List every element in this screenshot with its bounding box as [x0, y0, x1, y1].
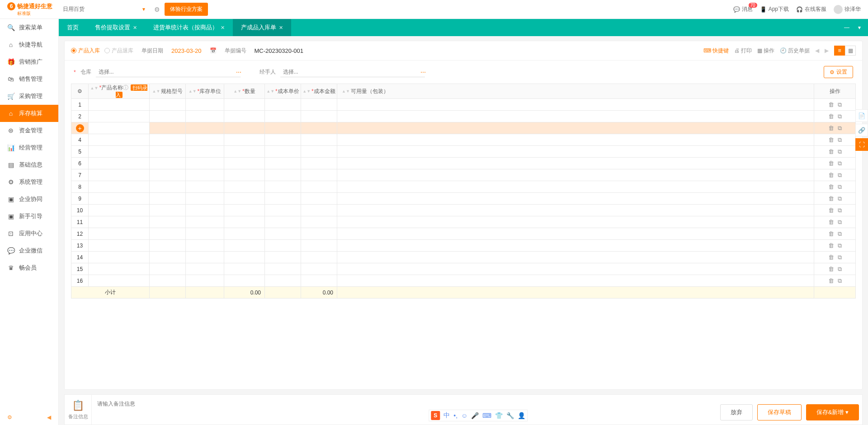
cell-product-name[interactable] — [89, 111, 150, 122]
copy-icon[interactable]: ⧉ — [838, 183, 842, 190]
cell-qty[interactable] — [224, 111, 265, 122]
delete-icon[interactable]: 🗑 — [828, 254, 834, 261]
cell-qty[interactable] — [224, 181, 265, 193]
handler-more-icon[interactable]: ⋯ — [420, 69, 426, 75]
table-row[interactable]: 11🗑⧉ — [71, 216, 856, 228]
cell-available[interactable] — [337, 275, 814, 287]
cell-available[interactable] — [337, 228, 814, 240]
sidebar-item-8[interactable]: ▤基础信息 — [0, 156, 58, 173]
table-row[interactable]: 7🗑⧉ — [71, 169, 856, 181]
cell-amount[interactable] — [301, 111, 337, 122]
cell-price[interactable] — [265, 228, 301, 240]
cell-available[interactable] — [337, 240, 814, 252]
sidebar-item-1[interactable]: ⌂快捷导航 — [0, 36, 58, 53]
cell-product-name[interactable] — [89, 216, 150, 228]
sidebar-item-10[interactable]: ▣企业协同 — [0, 191, 58, 208]
cell-product-name[interactable] — [89, 275, 150, 287]
cell-qty[interactable] — [224, 240, 265, 252]
cell-product-name[interactable] — [89, 181, 150, 193]
cell-price[interactable] — [265, 252, 301, 263]
cell-amount[interactable] — [301, 263, 337, 275]
cell-available[interactable] — [337, 181, 814, 193]
th-qty[interactable]: ▲▼*数量 — [224, 84, 265, 99]
cell-qty[interactable] — [224, 216, 265, 228]
th-amount[interactable]: ▲▼*成本金额 — [301, 84, 337, 99]
cell-price[interactable] — [265, 193, 301, 205]
cell-product-name[interactable] — [89, 193, 150, 205]
handler-input[interactable] — [280, 67, 425, 77]
user-menu[interactable]: 徐泽华 — [834, 5, 861, 14]
table-row[interactable]: 15🗑⧉ — [71, 263, 856, 275]
delete-icon[interactable]: 🗑 — [828, 207, 834, 214]
sidebar-item-5[interactable]: ⌂库存核算 — [0, 105, 58, 122]
product-name-input[interactable] — [89, 122, 149, 134]
cell-qty[interactable] — [224, 193, 265, 205]
ime-punct-icon[interactable]: •, — [453, 412, 458, 419]
cell-spec[interactable] — [150, 99, 186, 111]
view-list-button[interactable]: ≡ — [834, 46, 845, 56]
delete-icon[interactable]: 🗑 — [828, 219, 834, 225]
discard-button[interactable]: 放弃 — [720, 404, 753, 420]
delete-icon[interactable]: 🗑 — [828, 148, 834, 155]
cell-amount[interactable] — [301, 134, 337, 146]
table-row[interactable]: +🗑⧉ — [71, 122, 856, 134]
cell-price[interactable] — [265, 134, 301, 146]
cell-unit[interactable] — [186, 263, 224, 275]
tab-3[interactable]: 产成品入库单✕ — [233, 19, 291, 36]
tabs-more-button[interactable]: ▾ — [854, 22, 865, 33]
cell-qty[interactable] — [224, 263, 265, 275]
ime-smile-icon[interactable]: ☺ — [461, 412, 467, 419]
warehouse-input[interactable] — [96, 67, 241, 77]
shortcut-button[interactable]: ⌨快捷键 — [703, 47, 729, 55]
copy-icon[interactable]: ⧉ — [838, 277, 842, 284]
copy-icon[interactable]: ⧉ — [838, 101, 842, 108]
table-row[interactable]: 8🗑⧉ — [71, 181, 856, 193]
cell-price[interactable] — [265, 111, 301, 122]
try-industry-button[interactable]: 体验行业方案 — [165, 3, 208, 16]
cell-available[interactable] — [337, 169, 814, 181]
cell-qty[interactable] — [224, 134, 265, 146]
cell-unit[interactable] — [186, 228, 224, 240]
tab-0[interactable]: 首页 — [59, 19, 87, 36]
sidebar-item-6[interactable]: ⊜资金管理 — [0, 122, 58, 139]
cell-spec[interactable] — [150, 181, 186, 193]
column-settings-button[interactable]: ⚙设置 — [824, 66, 853, 78]
cell-amount[interactable] — [301, 181, 337, 193]
cell-product-name[interactable] — [89, 228, 150, 240]
cell-available[interactable] — [337, 193, 814, 205]
th-spec[interactable]: ▲▼规格型号 — [150, 84, 186, 99]
table-row[interactable]: 12🗑⧉ — [71, 228, 856, 240]
sidebar-item-7[interactable]: 📊经营管理 — [0, 139, 58, 156]
th-product-name[interactable]: ▲▼*产品名称ⓘ 扫码录入 — [89, 84, 150, 99]
tab-1[interactable]: 售价提取设置✕ — [87, 19, 145, 36]
cell-unit[interactable] — [186, 169, 224, 181]
view-card-button[interactable]: ▦ — [845, 46, 856, 56]
add-row-button[interactable]: + — [76, 124, 84, 132]
ime-lang[interactable]: 中 — [443, 411, 450, 420]
sidebar-item-0[interactable]: 🔍搜索菜单 — [0, 19, 58, 36]
table-row[interactable]: 5🗑⧉ — [71, 146, 856, 158]
cell-spec[interactable] — [150, 275, 186, 287]
operate-button[interactable]: ▦操作 — [757, 47, 774, 55]
table-row[interactable]: 1🗑⧉ — [71, 99, 856, 111]
cell-amount[interactable] — [301, 169, 337, 181]
cell-unit[interactable] — [186, 252, 224, 263]
cell-available[interactable] — [337, 216, 814, 228]
copy-icon[interactable]: ⧉ — [838, 148, 842, 155]
save-new-button[interactable]: 保存&新增 ▾ — [806, 404, 859, 420]
cell-spec[interactable] — [150, 169, 186, 181]
history-button[interactable]: 🕘历史单据 — [780, 47, 810, 55]
cell-unit[interactable] — [186, 216, 224, 228]
sidebar-item-11[interactable]: ▣新手引导 — [0, 208, 58, 225]
cell-spec[interactable] — [150, 216, 186, 228]
table-row[interactable]: 6🗑⧉ — [71, 158, 856, 169]
cell-price[interactable] — [265, 99, 301, 111]
calendar-icon[interactable]: 📅 — [210, 47, 217, 54]
ime-user-icon[interactable]: 👤 — [518, 412, 525, 419]
sidebar-item-12[interactable]: ⊡应用中心 — [0, 225, 58, 242]
category-select[interactable]: 日用百货 ▼ — [59, 5, 150, 13]
copy-icon[interactable]: ⧉ — [838, 113, 842, 120]
delete-icon[interactable]: 🗑 — [828, 195, 834, 202]
rail-note-button[interactable]: 📄 — [855, 109, 868, 122]
cell-available[interactable] — [337, 205, 814, 216]
